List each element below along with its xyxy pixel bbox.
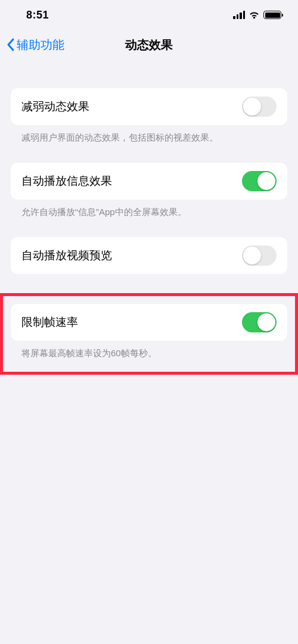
limit-frame-rate-label: 限制帧速率	[21, 315, 78, 330]
wifi-icon	[249, 11, 260, 19]
battery-icon	[263, 11, 281, 19]
auto-video-previews-row[interactable]: 自动播放视频预览	[11, 237, 287, 274]
auto-message-effects-footer: 允许自动播放“信息”App中的全屏幕效果。	[11, 200, 287, 218]
limit-frame-rate-toggle[interactable]	[242, 312, 277, 332]
back-label: 辅助功能	[17, 37, 64, 53]
setting-group-auto-video-previews: 自动播放视频预览	[0, 237, 298, 274]
limit-frame-rate-footer: 将屏幕最高帧速率设为60帧每秒。	[11, 341, 287, 364]
highlight-annotation: 限制帧速率 将屏幕最高帧速率设为60帧每秒。	[0, 293, 298, 375]
page-title: 动态效果	[125, 37, 173, 53]
status-indicators	[233, 11, 281, 19]
status-time: 8:51	[26, 9, 49, 21]
limit-frame-rate-row[interactable]: 限制帧速率	[11, 304, 287, 341]
chevron-left-icon	[6, 38, 15, 52]
navigation-bar: 辅助功能 动态效果	[0, 30, 298, 60]
reduce-motion-footer: 减弱用户界面的动态效果，包括图标的视差效果。	[11, 125, 287, 144]
auto-video-previews-toggle[interactable]	[242, 245, 277, 266]
auto-video-previews-label: 自动播放视频预览	[21, 248, 112, 263]
reduce-motion-toggle[interactable]	[242, 97, 277, 117]
setting-group-auto-message-effects: 自动播放信息效果 允许自动播放“信息”App中的全屏幕效果。	[0, 163, 298, 218]
status-bar: 8:51	[0, 0, 298, 30]
reduce-motion-label: 减弱动态效果	[21, 99, 89, 114]
reduce-motion-row[interactable]: 减弱动态效果	[11, 88, 287, 125]
back-button[interactable]: 辅助功能	[6, 37, 64, 53]
cellular-signal-icon	[233, 11, 245, 19]
setting-group-reduce-motion: 减弱动态效果 减弱用户界面的动态效果，包括图标的视差效果。	[0, 88, 298, 144]
auto-message-effects-row[interactable]: 自动播放信息效果	[11, 163, 287, 200]
auto-message-effects-label: 自动播放信息效果	[21, 173, 112, 189]
auto-message-effects-toggle[interactable]	[242, 171, 277, 191]
